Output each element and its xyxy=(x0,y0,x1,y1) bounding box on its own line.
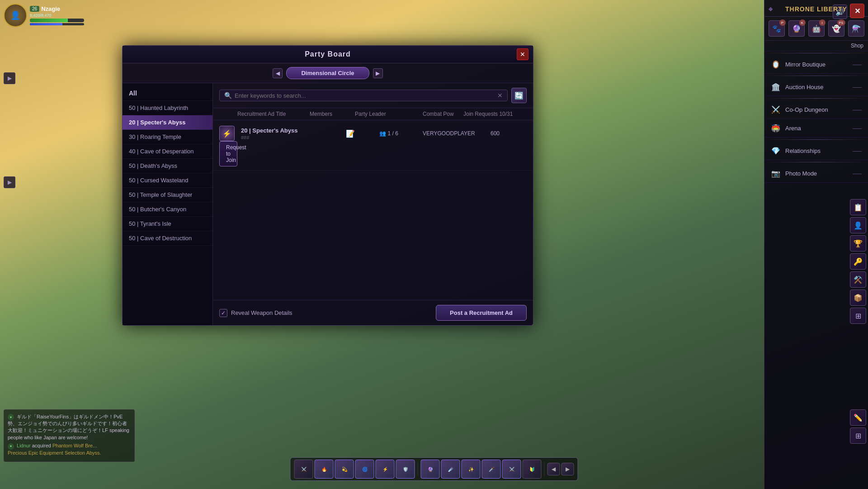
player-avatar: 👤 xyxy=(4,4,27,27)
category-all[interactable]: All xyxy=(123,86,212,101)
search-clear-button[interactable]: ✕ xyxy=(497,92,503,99)
menu-item-arena[interactable]: 🏟️ Arena —— xyxy=(764,119,868,138)
tab-dimensional-circle[interactable]: Dimensional Circle xyxy=(286,67,369,79)
tab-nav-right[interactable]: ▶ xyxy=(373,68,383,78)
reveal-weapon-checkbox[interactable]: ✓ xyxy=(219,309,227,317)
skill-slot-8[interactable]: ☄️ xyxy=(441,460,460,479)
chat-message-1: ● ギルド「RaiseYourFins」はギルドメン中！PvE勢、エンジョイ勢で… xyxy=(8,413,131,442)
chat-icon-2: ● xyxy=(8,443,14,450)
hud-icon-3[interactable]: 🤖I xyxy=(808,20,825,37)
skill-slot-1[interactable]: ⚔️ xyxy=(294,460,313,479)
skill-divider-2 xyxy=(544,462,545,476)
auction-house-label: Auction House xyxy=(785,84,824,90)
right-icon-3[interactable]: 🏆 xyxy=(850,235,866,252)
hp-text: 8,420/8,470 xyxy=(30,13,84,18)
modal-title-bar: Party Board ✕ xyxy=(123,46,533,63)
hud-icon-2[interactable]: 🔮K xyxy=(788,20,805,37)
category-cave-of-destruction[interactable]: 50 | Cave of Destruction xyxy=(123,231,212,246)
hud-icon-4[interactable]: 👻PS xyxy=(828,20,844,37)
reveal-weapon-area: ✓ Reveal Weapon Details xyxy=(219,309,292,317)
menu-item-auction-house[interactable]: 🏛️ Auction House —— xyxy=(764,78,868,96)
skill-divider xyxy=(418,462,418,476)
bottom-icon-grid[interactable]: ⊞ xyxy=(850,427,866,444)
skill-slot-3[interactable]: 💫 xyxy=(335,460,354,479)
row-title: 20 | Specter's Abyss xyxy=(241,127,310,134)
skill-slot-9[interactable]: ✨ xyxy=(462,460,481,479)
bottom-right-icons: ✏️ ⊞ xyxy=(850,409,866,444)
right-panel: ✕ 🔊 THRONE LIBERTY 🐾P 🔮K 🤖I 👻PS ⚗️ Shop … xyxy=(764,0,868,489)
hud-icon-5[interactable]: ⚗️ xyxy=(848,20,864,37)
side-btn-2[interactable]: ▶ xyxy=(4,176,15,188)
category-butchers-canyon[interactable]: 50 | Butcher's Canyon xyxy=(123,202,212,217)
right-icon-1[interactable]: 📋 xyxy=(850,199,866,215)
col-join: Join Requests 10/31 xyxy=(463,111,527,117)
skill-slot-6[interactable]: 🛡️ xyxy=(396,460,415,479)
category-tyrants-isle[interactable]: 50 | Tyrant's Isle xyxy=(123,217,212,231)
chat-item-1: Phantom Wolf Bre... xyxy=(52,443,97,448)
category-cave-of-desperation[interactable]: 40 | Cave of Desperation xyxy=(123,144,212,159)
row-title-area: 20 | Specter's Abyss ### xyxy=(237,127,310,140)
modal-body: All 50 | Haunted Labyrinth 20 | Specter'… xyxy=(123,83,533,325)
table-row[interactable]: ⚡ 20 | Specter's Abyss ### 📝 👥 1 / 6 VER… xyxy=(213,122,533,171)
arena-arrow: —— xyxy=(853,126,862,131)
skill-slot-7[interactable]: 🔮 xyxy=(421,460,440,479)
menu-item-photo-mode[interactable]: 📷 Photo Mode —— xyxy=(764,164,868,183)
throne-title: THRONE LIBERTY xyxy=(785,5,847,13)
category-list: All 50 | Haunted Labyrinth 20 | Specter'… xyxy=(123,83,213,325)
hp-fill xyxy=(30,19,68,22)
player-name: Nzagie xyxy=(41,5,60,12)
menu-item-mirror-boutique[interactable]: 🪞 Mirror Boutique —— xyxy=(764,55,868,74)
player-info: 26 Nzagie 8,420/8,470 xyxy=(30,5,84,25)
side-btn-1[interactable]: ▶ xyxy=(4,72,15,84)
search-input[interactable] xyxy=(235,92,495,99)
party-board-modal: Party Board ✕ ◀ Dimensional Circle ▶ All… xyxy=(122,45,533,326)
content-area: 🔍 ✕ 🔄 Recruitment Ad Title Members Party… xyxy=(213,83,533,325)
category-roaring-temple[interactable]: 30 | Roaring Temple xyxy=(123,130,212,144)
photo-mode-label: Photo Mode xyxy=(785,170,817,177)
category-temple-of-slaughter[interactable]: 50 | Temple of Slaughter xyxy=(123,188,212,202)
category-specters-abyss[interactable]: 20 | Specter's Abyss xyxy=(123,115,212,130)
right-panel-close-button[interactable]: ✕ xyxy=(850,4,864,18)
mp-fill xyxy=(30,23,62,25)
chat-text-2: acquired xyxy=(32,443,52,448)
bottom-icon-edit[interactable]: ✏️ xyxy=(850,409,866,426)
category-haunted-labyrinth[interactable]: 50 | Haunted Labyrinth xyxy=(123,101,212,115)
refresh-button[interactable]: 🔄 xyxy=(511,88,527,103)
category-cursed-wasteland[interactable]: 50 | Cursed Wasteland xyxy=(123,173,212,188)
right-icon-6[interactable]: 📦 xyxy=(850,290,866,306)
search-input-wrap: 🔍 ✕ xyxy=(219,90,508,101)
right-icon-2[interactable]: 👤 xyxy=(850,217,866,233)
search-icon: 🔍 xyxy=(224,92,232,99)
row-subtitle: ### xyxy=(241,135,310,140)
right-icon-5[interactable]: ⚒️ xyxy=(850,271,866,288)
tab-bar: ◀ Dimensional Circle ▶ xyxy=(123,63,533,83)
photo-mode-arrow: —— xyxy=(853,171,862,176)
skill-slot-2[interactable]: 🔥 xyxy=(315,460,334,479)
skill-nav-left[interactable]: ◀ xyxy=(547,463,560,475)
modal-close-button[interactable]: ✕ xyxy=(517,48,528,60)
skill-slot-4[interactable]: 🌀 xyxy=(355,460,374,479)
skill-bar: ⚔️ 🔥 💫 🌀 ⚡ 🛡️ 🔮 ☄️ ✨ 🗡️ ⚔️ 🔰 ◀ ▶ xyxy=(290,457,578,481)
hud-icon-1[interactable]: 🐾P xyxy=(769,20,785,37)
members-icon: 👥 xyxy=(379,130,386,137)
skill-slot-10[interactable]: 🗡️ xyxy=(482,460,501,479)
mp-bar xyxy=(30,23,84,25)
row-members: 👥 1 / 6 xyxy=(355,130,423,137)
skill-nav-right[interactable]: ▶ xyxy=(561,463,574,475)
tab-nav-left[interactable]: ◀ xyxy=(273,68,283,78)
right-icon-4[interactable]: 🔑 xyxy=(850,253,866,270)
shop-label[interactable]: Shop xyxy=(764,41,868,51)
category-deaths-abyss[interactable]: 50 | Death's Abyss xyxy=(123,159,212,173)
request-to-join-button[interactable]: Request to Join xyxy=(219,141,237,166)
divider-4 xyxy=(764,139,868,140)
hp-bar xyxy=(30,19,84,22)
right-icon-7[interactable]: ⊞ xyxy=(850,308,866,324)
skill-slot-5[interactable]: ⚡ xyxy=(376,460,395,479)
skill-slot-11[interactable]: ⚔️ xyxy=(502,460,521,479)
col-members: Members xyxy=(310,111,355,117)
menu-item-coop-dungeon[interactable]: ⚔️ Co-Op Dungeon —— xyxy=(764,100,868,119)
skill-slot-12[interactable]: 🔰 xyxy=(523,460,542,479)
coop-dungeon-arrow: —— xyxy=(853,107,862,112)
post-recruitment-ad-button[interactable]: Post a Recruitment Ad xyxy=(436,305,527,321)
menu-item-relationships[interactable]: 💎 Relationships —— xyxy=(764,142,868,160)
